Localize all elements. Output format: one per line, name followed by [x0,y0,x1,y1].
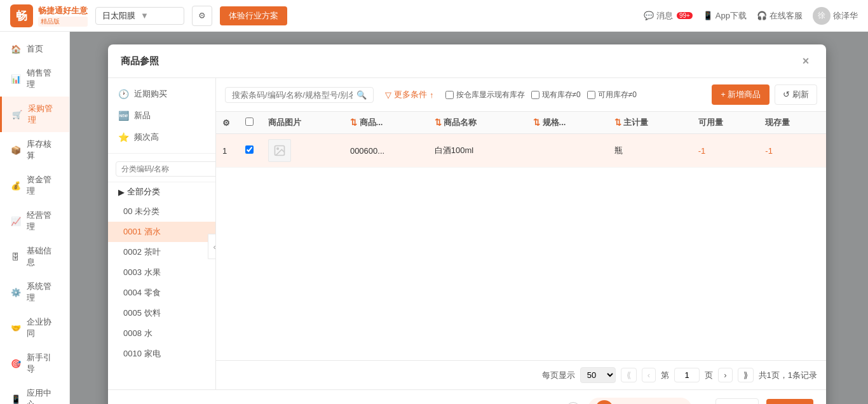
sidebar-item-enterprise[interactable]: 🤝 企业协同 [0,310,69,346]
col-spec[interactable]: ⇅ 规格... [527,112,608,134]
sidebar-label-sales: 销售管理 [27,67,59,90]
category-search-row: 🔍 [108,156,215,182]
modal-header: 商品参照 × [108,44,826,78]
cart-icon: 🛒 [595,400,613,404]
row-image [262,134,344,168]
sidebar-item-finance[interactable]: 💰 资金管理 [0,168,69,203]
sidebar-item-purchase[interactable]: 🛒 采购管理 [0,97,69,132]
finance-icon: 💰 [10,180,22,191]
sidebar-collapse-button[interactable]: « [208,234,216,259]
col-name[interactable]: ⇅ 商品名称 [428,112,527,134]
category-item-7[interactable]: 0010 家电 [108,344,215,364]
sidebar-item-basic-info[interactable]: 🗄 基础信息 [0,239,69,274]
user-profile-button[interactable]: 徐 徐泽华 [813,7,858,25]
filter-up-icon: ↑ [430,90,434,100]
cart-badge: 🛒 连续选择的商品 0 [588,398,692,404]
top-navigation: 畅 畅捷通好生意 精品版 日太阳膜 ▼ ⚙ 体验行业方案 💬 消息 99+ 📱 … [0,0,868,32]
available-stock-checkbox[interactable] [587,91,595,99]
current-stock-checkbox[interactable] [531,91,539,99]
col-image: 商品图片 [262,112,344,134]
sidebar-item-tutorial[interactable]: 🎯 新手引导 [0,346,69,381]
row-checkbox[interactable] [239,134,262,168]
category-item-6[interactable]: 0008 水 [108,323,215,344]
settings-col-icon[interactable]: ⚙ [222,118,230,128]
all-categories-item[interactable]: ▶ 全部分类 [108,182,215,201]
sidebar-item-inventory[interactable]: 📦 库存核算 [0,132,69,168]
col-available[interactable]: 可用量 [692,112,759,134]
col-checkbox [239,112,262,134]
category-item-3[interactable]: 0003 水果 [108,262,215,283]
sidebar-item-home[interactable]: 🏠 首页 [0,37,69,61]
sidebar-item-app-center[interactable]: 📱 应用中心 [0,381,69,404]
sidebar-item-sales[interactable]: 📊 销售管理 [0,61,69,97]
logo-icon: 畅 [10,4,33,27]
cancel-button[interactable]: 取消 [715,398,759,404]
app-icon: 📱 [10,393,22,404]
page-size-select[interactable]: 50 100 200 [580,367,616,383]
filter-button[interactable]: ▽ 更多条件 ↑ [380,86,439,103]
checkbox-current-stock[interactable]: 现有库存≠0 [531,90,581,100]
category-item-4[interactable]: 0004 零食 [108,283,215,303]
table-row[interactable]: 1 000600... 白酒100ml 瓶 [216,134,826,168]
sidebar-item-system[interactable]: ⚙️ 系统管理 [0,274,69,310]
sort-icon-spec: ⇅ [533,118,540,127]
product-table: ⚙ 商品图片 ⇅ 商品... [216,112,826,360]
next-page-button[interactable]: › [718,368,732,382]
product-search-input[interactable] [232,90,353,100]
sidebar-label-home: 首页 [27,43,43,55]
checkbox-by-warehouse[interactable]: 按仓库显示现有库存 [445,90,525,100]
by-warehouse-checkbox[interactable] [445,91,454,99]
quick-item-recent[interactable]: 🕐 近期购买 [108,83,215,105]
footer-right: ? 🛒 连续选择的商品 0 ▲ 取消 确定 [566,398,813,404]
checkbox-available-stock[interactable]: 可用库存≠0 [587,90,637,100]
sidebar-label-app-center: 应用中心 [27,387,59,404]
pagination-bar: 每页显示 50 100 200 ⟪ ‹ 第 页 › ⟫ 共1页，1条记录 [216,360,826,389]
category-item-1[interactable]: 0001 酒水 [108,222,215,242]
sidebar-label-purchase: 采购管理 [28,103,59,126]
select-all-checkbox[interactable] [245,118,254,126]
chevron-down-icon: ▼ [140,11,149,20]
home-icon: 🏠 [10,43,22,55]
category-item-2[interactable]: 0002 茶叶 [108,242,215,262]
sidebar-label-enterprise: 企业协同 [27,316,59,339]
customer-service-button[interactable]: 🎧 在线客服 [757,10,803,22]
refresh-button[interactable]: ↺ 刷新 [775,84,817,105]
quick-item-new[interactable]: 🆕 新品 [108,105,215,126]
product-area: 🔍 ▽ 更多条件 ↑ 按仓库显示现有库存 现有库存≠0 [216,78,826,389]
product-reference-modal: 商品参照 × 🕐 近期购买 🆕 新品 ⭐ [108,44,826,404]
modal-body: 🕐 近期购买 🆕 新品 ⭐ 频次高 🔍 [108,78,826,389]
logo-text: 畅捷通好生意 精品版 [38,5,88,27]
company-selector[interactable]: 日太阳膜 ▼ [95,7,184,25]
modal-close-button[interactable]: × [798,53,813,69]
quick-item-frequent[interactable]: ⭐ 频次高 [108,126,215,148]
quick-category-items: 🕐 近期购买 🆕 新品 ⭐ 频次高 [108,83,215,154]
app-download-button[interactable]: 📱 App下载 [703,10,747,22]
message-icon: 💬 [644,11,654,20]
prev-page-button[interactable]: ‹ [642,368,656,382]
sidebar-label-tutorial: 新手引导 [27,352,59,375]
add-product-button[interactable]: + 新增商品 [712,84,770,105]
col-code[interactable]: ⇅ 商品... [344,112,428,134]
category-search-input[interactable] [116,161,216,177]
enterprise-icon: 🤝 [10,322,22,333]
first-page-button[interactable]: ⟪ [621,368,637,382]
sidebar-item-operations[interactable]: 📈 经营管理 [0,203,69,239]
logo-area: 畅 畅捷通好生意 精品版 [10,4,88,27]
last-page-button[interactable]: ⟫ [738,368,754,382]
col-stock[interactable]: 现存量 [759,112,826,134]
product-search-icon[interactable]: 🔍 [356,90,367,100]
messages-button[interactable]: 💬 消息 99+ [644,10,693,22]
category-item-5[interactable]: 0005 饮料 [108,303,215,323]
sales-icon: 📊 [10,73,22,84]
col-unit[interactable]: ⇅ 主计量 [608,112,692,134]
operations-icon: 📈 [10,215,22,227]
settings-button[interactable]: ⚙ [192,6,212,26]
sidebar-label-operations: 经营管理 [27,210,59,232]
confirm-button[interactable]: 确定 [766,399,813,404]
category-item-0[interactable]: 00 未分类 [108,201,215,222]
purchase-icon: 🛒 [12,109,23,120]
new-icon: 🆕 [118,111,129,121]
category-list: 00 未分类 0001 酒水 0002 茶叶 0003 水果 0004 零食 0… [108,201,215,364]
trial-button[interactable]: 体验行业方案 [220,6,287,25]
page-number-input[interactable] [674,368,700,382]
